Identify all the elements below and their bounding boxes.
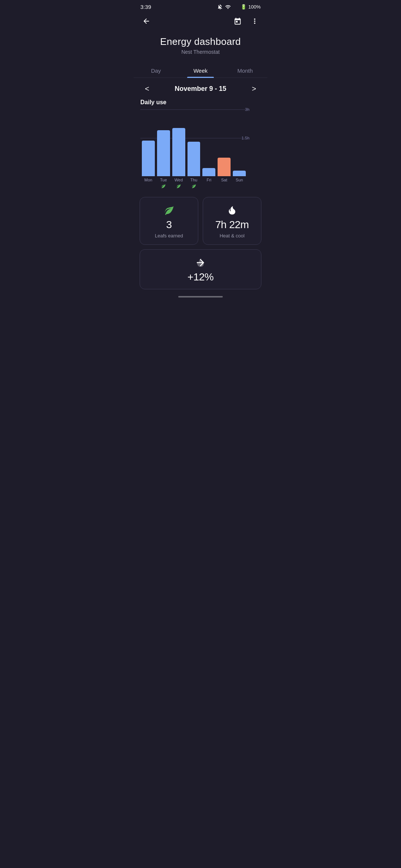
mute-icon (217, 4, 223, 10)
status-time: 3:39 (140, 4, 151, 10)
label-col-thu: Thu (188, 176, 200, 189)
leafs-value: 3 (166, 219, 172, 231)
day-label-sun: Sun (236, 178, 243, 182)
bars-container (140, 119, 247, 176)
bar-col-thu (188, 119, 200, 176)
bar-col-sat (218, 119, 231, 176)
leafs-label: Leafs earned (155, 233, 183, 239)
battery-icon: 🔋 (241, 4, 247, 10)
top-nav (134, 12, 267, 32)
tab-day[interactable]: Day (134, 63, 178, 78)
next-date-button[interactable]: > (249, 85, 259, 93)
bar-fri (202, 168, 215, 176)
heat-cool-icon2 (195, 256, 206, 268)
bar-tue (157, 130, 170, 176)
calendar-button[interactable] (232, 15, 244, 27)
page-title: Energy dashboard (134, 36, 267, 47)
bar-mon (142, 141, 155, 176)
bar-thu (188, 142, 200, 176)
wifi-icon (225, 4, 231, 10)
battery-label: 100% (248, 4, 261, 10)
stat-card-leafs: 3 Leafs earned (140, 197, 198, 245)
page-subtitle: Nest Thermostat (134, 49, 267, 55)
label-col-sun: Sun (233, 176, 246, 189)
status-bar: 3:39 🔋 100% (134, 0, 267, 12)
day-label-sat: Sat (221, 178, 227, 182)
signal-icon (233, 4, 239, 10)
bottom-stat-value: +12% (188, 271, 213, 283)
bar-col-fri (202, 119, 215, 176)
leaf-badge-wed (176, 183, 181, 189)
heat-cool-icon (226, 204, 238, 216)
grid-line-top: 3h (140, 109, 250, 110)
tab-week[interactable]: Week (178, 63, 223, 78)
bottom-stat-card: +12% (140, 249, 261, 289)
prev-date-button[interactable]: < (142, 85, 152, 93)
date-nav: < November 9 - 15 > (134, 78, 267, 97)
bar-wed (172, 128, 185, 176)
day-label-thu: Thu (190, 178, 198, 182)
grid-label-3h: 3h (245, 107, 250, 112)
leaf-icon (163, 204, 175, 216)
chart-area: 3h 1.5h (140, 109, 261, 176)
day-label-mon: Mon (144, 178, 152, 182)
label-col-sat: Sat (218, 176, 231, 189)
day-label-fri: Fri (206, 178, 211, 182)
leaf-badge-thu (191, 183, 196, 189)
bar-sun (233, 171, 246, 177)
bar-col-mon (142, 119, 155, 176)
bar-col-tue (157, 119, 170, 176)
bar-col-sun (233, 119, 246, 176)
nav-right (232, 15, 261, 27)
bar-sat (218, 158, 231, 176)
label-col-tue: Tue (157, 176, 170, 189)
stats-grid: 3 Leafs earned 7h 22m Heat & cool (134, 189, 267, 245)
stat-card-heat-cool: 7h 22m Heat & cool (203, 197, 261, 245)
bar-col-wed (172, 119, 185, 176)
heat-cool-label: Heat & cool (219, 233, 244, 239)
labels-row: MonTueWedThuFriSatSun (140, 176, 247, 189)
chart-title: Daily use (140, 99, 261, 106)
back-button[interactable] (140, 15, 152, 27)
label-col-wed: Wed (172, 176, 185, 189)
status-icons: 🔋 100% (217, 4, 261, 10)
home-indicator (178, 296, 223, 297)
day-label-tue: Tue (160, 178, 167, 182)
label-col-mon: Mon (142, 176, 155, 189)
tab-month[interactable]: Month (223, 63, 267, 78)
page-title-section: Energy dashboard Nest Thermostat (134, 32, 267, 63)
leaf-badge-tue (161, 183, 166, 189)
date-range-label: November 9 - 15 (175, 85, 226, 93)
more-button[interactable] (249, 15, 261, 27)
day-label-wed: Wed (175, 178, 183, 182)
tabs: Day Week Month (134, 63, 267, 78)
heat-cool-value: 7h 22m (215, 219, 249, 231)
chart-section: Daily use 3h 1.5h MonTueWedThuFriSatSun (134, 97, 267, 189)
label-col-fri: Fri (202, 176, 215, 189)
